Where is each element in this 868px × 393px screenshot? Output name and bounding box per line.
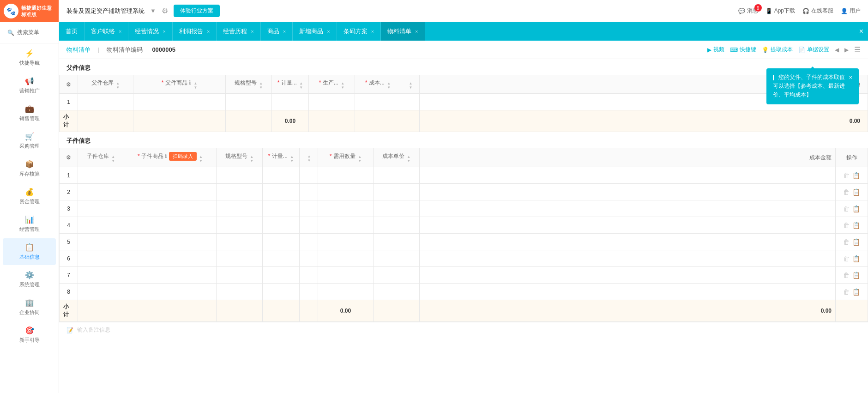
- settings-icon[interactable]: ⚙: [162, 6, 168, 15]
- child-row7-unit-cost[interactable]: [374, 267, 420, 284]
- delete-row-7-btn[interactable]: 🗑: [843, 272, 850, 279]
- child-row2-qty[interactable]: [318, 184, 374, 200]
- child-row5-qty[interactable]: [318, 234, 374, 250]
- child-row8-unit[interactable]: [263, 284, 300, 300]
- child-row5-unit[interactable]: [263, 234, 300, 250]
- child-row3-qty[interactable]: [318, 200, 374, 217]
- scan-input-btn[interactable]: 扫码录入: [169, 152, 197, 161]
- tab-home[interactable]: 首页: [59, 22, 84, 41]
- child-row8-warehouse[interactable]: [78, 284, 124, 300]
- sidebar-item-system[interactable]: ⚙️ 系统管理: [3, 266, 56, 293]
- experience-btn[interactable]: 体验行业方案: [174, 5, 220, 17]
- extract-cost-btn[interactable]: 💡 提取成本: [762, 46, 793, 54]
- tooltip-close-btn[interactable]: ×: [849, 73, 852, 83]
- close-operations-status-tab[interactable]: ×: [163, 29, 165, 34]
- tab-operations-status[interactable]: 经营情况 ×: [128, 22, 172, 41]
- child-row3-unit-cost[interactable]: [374, 200, 420, 217]
- child-row7-warehouse[interactable]: [78, 267, 124, 284]
- child-row7-goods[interactable]: [124, 267, 217, 284]
- child-row7-qty[interactable]: [318, 267, 374, 284]
- child-row4-qty[interactable]: [318, 217, 374, 234]
- child-row4-unit[interactable]: [263, 217, 300, 234]
- copy-row-3-btn[interactable]: 📋: [852, 205, 860, 212]
- child-row8-goods[interactable]: [124, 284, 217, 300]
- child-row4-warehouse[interactable]: [78, 217, 124, 234]
- search-menu-btn[interactable]: 🔍 搜索菜单: [4, 26, 55, 39]
- child-row1-spec[interactable]: [217, 167, 263, 184]
- close-barcode-tab[interactable]: ×: [371, 29, 374, 34]
- delete-row-2-btn[interactable]: 🗑: [843, 188, 850, 196]
- nav-next-btn[interactable]: ▶: [844, 47, 849, 53]
- tab-bom-list[interactable]: 物料清单 ×: [381, 22, 425, 41]
- parent-col-settings[interactable]: ⚙: [60, 75, 78, 94]
- tab-customer[interactable]: 客户联络 ×: [84, 22, 128, 41]
- parent-row1-warehouse[interactable]: [78, 94, 133, 110]
- child-row5-unit-cost[interactable]: [374, 234, 420, 250]
- app-download-btn[interactable]: 📱 App下载: [766, 7, 795, 15]
- view-list-btn[interactable]: ☰: [854, 45, 861, 54]
- child-row1-unit-cost[interactable]: [374, 167, 420, 184]
- sidebar-item-purchase[interactable]: 🛒 采购管理: [3, 127, 56, 154]
- child-row5-warehouse[interactable]: [78, 234, 124, 250]
- tab-goods[interactable]: 商品 ×: [261, 22, 293, 41]
- child-row3-spec[interactable]: [217, 200, 263, 217]
- sidebar-item-enterprise[interactable]: 🏢 企业协同: [3, 294, 56, 320]
- close-ops-history-tab[interactable]: ×: [251, 29, 253, 34]
- child-row6-qty[interactable]: [318, 250, 374, 267]
- delete-row-8-btn[interactable]: 🗑: [843, 288, 850, 296]
- close-bom-tab[interactable]: ×: [415, 29, 418, 34]
- parent-row1-spec[interactable]: [226, 94, 272, 110]
- child-row2-spec[interactable]: [217, 184, 263, 200]
- close-goods-tab[interactable]: ×: [283, 29, 286, 34]
- child-row3-warehouse[interactable]: [78, 200, 124, 217]
- delete-row-5-btn[interactable]: 🗑: [843, 238, 850, 246]
- child-row2-goods[interactable]: [124, 184, 217, 200]
- delete-row-4-btn[interactable]: 🗑: [843, 222, 850, 229]
- child-row1-warehouse[interactable]: [78, 167, 124, 184]
- copy-row-1-btn[interactable]: 📋: [852, 172, 860, 179]
- child-row5-spec[interactable]: [217, 234, 263, 250]
- delete-row-3-btn[interactable]: 🗑: [843, 205, 850, 212]
- parent-row1-cost[interactable]: [355, 94, 401, 110]
- child-row8-spec[interactable]: [217, 284, 263, 300]
- sidebar-item-quick-nav[interactable]: ⚡ 快捷导航: [3, 44, 56, 71]
- child-row1-qty[interactable]: [318, 167, 374, 184]
- online-service-btn[interactable]: 🎧 在线客服: [802, 7, 833, 15]
- child-row6-spec[interactable]: [217, 250, 263, 267]
- close-profit-report-tab[interactable]: ×: [207, 29, 210, 34]
- child-row3-unit[interactable]: [263, 200, 300, 217]
- copy-row-5-btn[interactable]: 📋: [852, 238, 860, 246]
- sidebar-search[interactable]: 🔍 搜索菜单: [0, 22, 59, 43]
- close-customer-tab[interactable]: ×: [119, 29, 121, 34]
- close-page-btn[interactable]: ×: [855, 27, 868, 36]
- child-row6-unit[interactable]: [263, 250, 300, 267]
- shortcut-btn[interactable]: ⌨ 快捷键: [730, 46, 756, 54]
- child-row8-qty[interactable]: [318, 284, 374, 300]
- child-row4-unit-cost[interactable]: [374, 217, 420, 234]
- copy-row-4-btn[interactable]: 📋: [852, 222, 860, 229]
- child-row5-goods[interactable]: [124, 234, 217, 250]
- sidebar-item-finance[interactable]: 💰 资金管理: [3, 183, 56, 210]
- child-row6-goods[interactable]: [124, 250, 217, 267]
- child-row1-unit[interactable]: [263, 167, 300, 184]
- child-row6-warehouse[interactable]: [78, 250, 124, 267]
- child-row1-goods[interactable]: [124, 167, 217, 184]
- view-video-btn[interactable]: ▶ 视频: [707, 46, 724, 54]
- child-row4-spec[interactable]: [217, 217, 263, 234]
- delete-row-6-btn[interactable]: 🗑: [843, 255, 850, 262]
- sidebar-item-marketing[interactable]: 📢 营销推广: [3, 72, 56, 99]
- copy-row-8-btn[interactable]: 📋: [852, 288, 860, 296]
- parent-row1-unit[interactable]: [272, 94, 309, 110]
- child-row3-goods[interactable]: [124, 200, 217, 217]
- child-row7-unit[interactable]: [263, 267, 300, 284]
- user-btn[interactable]: 👤 用户: [841, 7, 861, 15]
- sidebar-item-operations[interactable]: 📊 经营管理: [3, 211, 56, 237]
- parent-row1-goods[interactable]: [133, 94, 226, 110]
- delete-row-1-btn[interactable]: 🗑: [843, 172, 850, 179]
- tab-barcode[interactable]: 条码方案 ×: [337, 22, 381, 41]
- child-row2-unit-cost[interactable]: [374, 184, 420, 200]
- sidebar-item-inventory[interactable]: 📦 库存核算: [3, 155, 56, 182]
- child-row8-unit-cost[interactable]: [374, 284, 420, 300]
- sidebar-item-guide[interactable]: 🎯 新手引导: [3, 321, 56, 348]
- child-col-settings[interactable]: ⚙: [60, 148, 78, 167]
